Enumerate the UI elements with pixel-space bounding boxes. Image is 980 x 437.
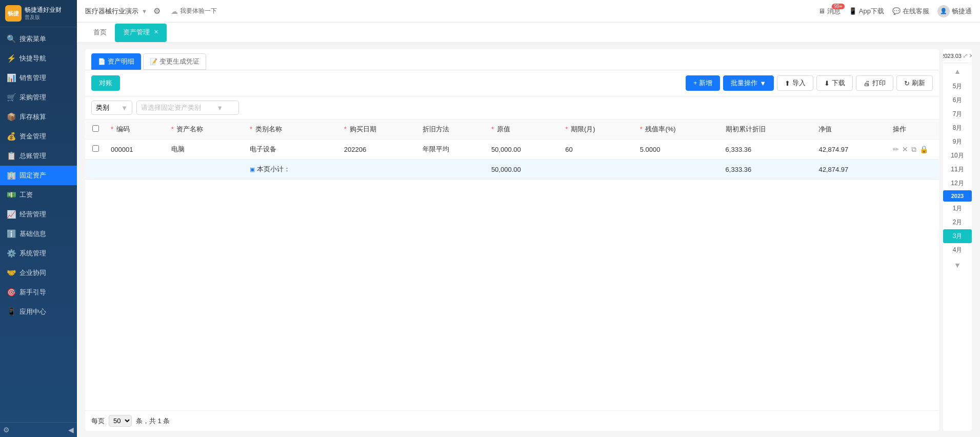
asset-table-wrap: * 编码 * 资产名称 * 类别名称	[85, 120, 939, 410]
cal-month-nov[interactable]: 11月	[943, 163, 972, 176]
sub-tabs: 📄 资产明细 📝 变更生成凭证	[85, 49, 939, 70]
new-button[interactable]: + 新增	[686, 75, 720, 91]
voucher-gen-icon: 📝	[150, 58, 157, 65]
download-button[interactable]: ⬇ 下载	[816, 75, 853, 91]
subtotal-original-value: 50,000.00	[486, 160, 560, 180]
reconcile-button[interactable]: 对账	[91, 75, 120, 91]
cell-net-value: 42,874.97	[813, 140, 888, 160]
panel-close-icon[interactable]: ✕	[969, 52, 972, 59]
col-name: * 资产名称	[166, 120, 245, 140]
col-period: * 期限(月)	[560, 120, 634, 140]
system-icon: ⚙️	[7, 249, 15, 257]
more-button[interactable]: 🔒	[919, 145, 928, 153]
cal-month-mar[interactable]: 3月	[943, 229, 972, 243]
cal-year-2023[interactable]: 2023	[943, 190, 972, 202]
calendar-up-button[interactable]: ▲	[952, 65, 963, 77]
cal-month-may[interactable]: 5月	[943, 80, 972, 93]
select-all-checkbox[interactable]	[92, 125, 99, 132]
cal-month-jun[interactable]: 6月	[943, 93, 972, 107]
tab-home[interactable]: 首页	[85, 24, 115, 42]
row-checkbox[interactable]	[92, 145, 99, 152]
cal-month-jul[interactable]: 7月	[943, 107, 972, 121]
sidebar-item-basic[interactable]: ℹ️ 基础信息	[0, 224, 77, 244]
cal-month-feb[interactable]: 2月	[943, 215, 972, 229]
logo-text: 畅捷通好业财 普及版	[25, 6, 62, 21]
tab-asset-mgmt[interactable]: 资产管理 ✕	[115, 24, 167, 42]
inventory-icon: 📦	[7, 113, 15, 121]
sidebar-item-guide[interactable]: 🎯 新手引导	[0, 283, 77, 302]
sidebar-item-system[interactable]: ⚙️ 系统管理	[0, 244, 77, 263]
panel-expand-icon[interactable]: ⤢	[963, 52, 968, 59]
cal-month-apr[interactable]: 4月	[943, 243, 972, 257]
cell-action: ✏ ✕ ⧉ 🔒	[888, 140, 939, 160]
sidebar-bottom-bar: ⚙ ◀	[0, 422, 77, 437]
collapse-button[interactable]: ◀	[68, 426, 74, 434]
sidebar-item-fixed[interactable]: 🏢 固定资产	[0, 166, 77, 185]
print-button[interactable]: 🖨 打印	[856, 75, 893, 91]
online-service-button[interactable]: 💬 在线客服	[892, 7, 929, 16]
feedback-button[interactable]: ☁ 我要体验一下	[171, 7, 217, 15]
subtotal-row: ▣ 本页小计： 50,000.00 6,333.36 4	[85, 160, 939, 180]
cloud-icon: ☁	[171, 7, 178, 15]
action-btns: ✏ ✕ ⧉ 🔒	[893, 145, 934, 154]
subtab-asset-detail[interactable]: 📄 资产明细	[91, 53, 141, 70]
sidebar: 畅捷 畅捷通好业财 普及版 🔍 搜索菜单 ⚡ 快捷导航 📊 销售管理 🛒 采购管…	[0, 0, 77, 437]
cal-month-jan[interactable]: 1月	[943, 202, 972, 215]
apps-icon: 📱	[7, 308, 15, 316]
filter-row: 类别 ▼ 请选择固定资产类别 ▼	[85, 96, 939, 120]
sidebar-nav: 🔍 搜索菜单 ⚡ 快捷导航 📊 销售管理 🛒 采购管理 📦 库存核算 💰 资金管…	[0, 27, 77, 422]
sidebar-item-ops[interactable]: 📈 经营管理	[0, 205, 77, 224]
sidebar-item-apps[interactable]: 📱 应用中心	[0, 302, 77, 322]
corp-icon: 🤝	[7, 269, 15, 277]
sidebar-item-ledger[interactable]: 📋 总账管理	[0, 146, 77, 166]
sidebar-item-funds[interactable]: 💰 资金管理	[0, 127, 77, 146]
company-selector[interactable]: 医疗器械行业演示 ▼	[85, 7, 147, 16]
download-btn-icon: ⬇	[824, 80, 830, 87]
refresh-button[interactable]: ↻ 刷新	[896, 75, 933, 91]
cell-period: 60	[560, 140, 634, 160]
calendar-down-button[interactable]: ▼	[952, 259, 963, 271]
quicknav-icon: ⚡	[7, 54, 15, 63]
cal-month-sep[interactable]: 9月	[943, 135, 972, 149]
calendar-months: 5月 6月 7月 8月 9月 10月 11月 12月 2023 1月 2月 3月…	[943, 80, 972, 257]
service-icon: 💬	[892, 7, 901, 15]
pagination: 每页 50 条，共 1 条	[85, 410, 939, 431]
col-original-value: * 原值	[486, 120, 560, 140]
tab-close-icon[interactable]: ✕	[154, 29, 158, 35]
col-initial-accumulated: 期初累计折旧	[721, 120, 814, 140]
col-code: * 编码	[106, 120, 166, 140]
message-button[interactable]: 🖥 消息 99+	[818, 7, 841, 16]
cal-month-oct[interactable]: 10月	[943, 149, 972, 163]
sidebar-item-inventory[interactable]: 📦 库存核算	[0, 107, 77, 127]
category-label-select[interactable]: 类别 ▼	[91, 101, 132, 115]
app-download-button[interactable]: 📱 App下载	[849, 7, 884, 16]
category-value-select[interactable]: 请选择固定资产类别 ▼	[136, 101, 239, 115]
asset-table: * 编码 * 资产名称 * 类别名称	[85, 120, 939, 180]
guide-icon: 🎯	[7, 288, 15, 296]
sidebar-item-purchase[interactable]: 🛒 采购管理	[0, 88, 77, 107]
col-category: * 类别名称	[245, 120, 339, 140]
sidebar-logo: 畅捷 畅捷通好业财 普及版	[0, 0, 77, 27]
col-action: 操作	[888, 120, 939, 140]
sidebar-item-payroll[interactable]: 💵 工资	[0, 185, 77, 205]
cell-purchase-date: 202206	[339, 140, 417, 160]
cell-original-value: 50,000.00	[486, 140, 560, 160]
sidebar-item-quicknav[interactable]: ⚡ 快捷导航	[0, 49, 77, 68]
per-page-select[interactable]: 50	[109, 415, 132, 427]
user-menu[interactable]: 👤 畅捷通	[937, 5, 972, 17]
delete-button[interactable]: ✕	[902, 145, 908, 153]
subtab-voucher-gen[interactable]: 📝 变更生成凭证	[143, 53, 206, 70]
ledger-icon: 📋	[7, 152, 15, 160]
copy-button[interactable]: ⧉	[911, 145, 916, 154]
cal-month-dec[interactable]: 12月	[943, 176, 972, 190]
edit-button[interactable]: ✏	[893, 145, 899, 153]
batch-button[interactable]: 批量操作 ▼	[723, 75, 774, 91]
sidebar-item-sales[interactable]: 📊 销售管理	[0, 68, 77, 88]
cal-month-aug[interactable]: 8月	[943, 121, 972, 135]
settings-button[interactable]: ⚙	[3, 426, 10, 434]
sidebar-item-search[interactable]: 🔍 搜索菜单	[0, 29, 77, 49]
cell-depreciation-method: 年限平均	[417, 140, 486, 160]
export-button[interactable]: ⬆ 导入	[777, 75, 813, 91]
sidebar-item-corp[interactable]: 🤝 企业协同	[0, 263, 77, 283]
settings-gear-icon[interactable]: ⚙	[153, 6, 161, 16]
